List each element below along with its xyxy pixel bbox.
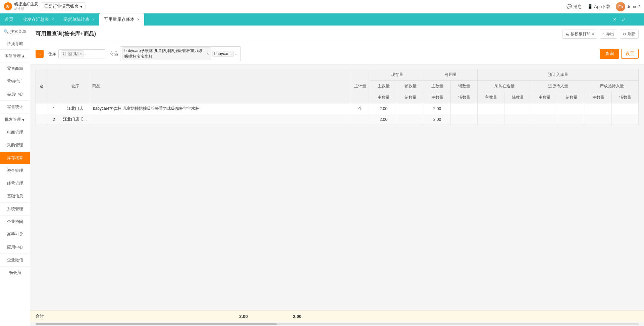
scroll-track[interactable]	[36, 323, 639, 325]
row1-stock-aux	[397, 103, 424, 114]
row1-production-aux	[612, 103, 639, 114]
product-ellipsis[interactable]: ...	[235, 51, 238, 56]
industry-select[interactable]: 母婴行业演示账套 ▾	[41, 2, 86, 10]
th-purchase-group: 采购在途量	[478, 81, 531, 92]
row2-stock-aux	[397, 114, 424, 125]
tab-income-summary[interactable]: 收发存汇总表 ×	[18, 13, 59, 26]
sidebar-item-basic-info[interactable]: 基础信息	[0, 190, 30, 203]
logo-text: 畅捷通好生意	[14, 2, 38, 6]
product-filter-input[interactable]: babycare学饮杯 儿童防摔防撞吸管杯重力球吸嘴杯宝宝水杯 × babyca…	[120, 46, 241, 61]
filter-expand-button[interactable]: »	[36, 50, 44, 58]
sidebar-item-ecommerce-label: 电商管理	[7, 130, 23, 135]
chevron-down-icon3: ▾	[592, 32, 594, 37]
th-incoming-main: 主数量	[531, 92, 558, 103]
scroll-thumb[interactable]	[36, 323, 277, 325]
tab-order-stats-close[interactable]: ×	[92, 17, 95, 22]
tab-close-all-btn[interactable]: ×	[611, 16, 618, 23]
th-no	[48, 69, 60, 103]
content-area: 可用量查询(按仓库+商品) 🖨 按模板打印 ▾ ↑ 导出 ↺ 刷新 »	[30, 26, 644, 326]
sidebar-item-member-center[interactable]: 会员中心	[0, 88, 30, 101]
tab-available-stock-close[interactable]: ×	[137, 17, 140, 22]
th-purchase-main: 主数量	[478, 92, 504, 103]
sidebar-item-marketing-label: 营销推广	[7, 79, 23, 84]
message-label: 消息	[573, 4, 582, 10]
sidebar-item-member-vip[interactable]: 畅会员	[0, 267, 30, 279]
sidebar-item-ops-mgmt[interactable]: 经营管理	[0, 177, 30, 190]
row2-purchase-aux	[504, 114, 531, 125]
row1-warehouse: 江北门店	[60, 103, 90, 114]
tab-home-label: 首页	[5, 16, 13, 22]
template-print-button[interactable]: 🖨 按模板打印 ▾	[562, 30, 597, 39]
sidebar-item-marketing[interactable]: 营销推广	[0, 75, 30, 88]
username-label: demo2	[627, 4, 640, 9]
sidebar-item-new-guide[interactable]: 新手引导	[0, 228, 30, 241]
product-tag-1-text: babycare学饮杯 儿童防摔防撞吸管杯重力球吸嘴杯宝宝水杯	[124, 48, 206, 59]
row2-no: 2	[48, 114, 60, 125]
sidebar-item-purchase-mgmt-label: 采购管理	[7, 143, 23, 147]
sidebar-item-finance-mgmt[interactable]: 资金管理	[0, 165, 30, 177]
tab-available-stock[interactable]: 可用量库存账本 ×	[99, 13, 144, 26]
chevron-down-icon2: ▼	[21, 118, 25, 122]
avatar: Ea	[616, 2, 625, 11]
row2-incoming-main	[531, 114, 558, 125]
table-row: 2 江北门店【... 2.00 2.00	[36, 114, 639, 125]
sidebar-quick-nav-label: 快捷导航	[7, 41, 23, 46]
row2-avail-aux	[451, 114, 478, 125]
th-stock-main2: 主数量	[370, 92, 397, 103]
app-download-item[interactable]: 📱 App下载	[587, 4, 610, 10]
warehouse-tag: 江北门店 ×	[61, 50, 84, 57]
th-unit: 主计量	[350, 69, 370, 103]
sidebar-quick-nav[interactable]: 快捷导航	[0, 38, 30, 50]
warehouse-filter-group: 仓库 江北门店 × ...	[48, 49, 105, 58]
row1-purchase-aux	[504, 103, 531, 114]
th-stock-main: 主数量	[370, 81, 397, 92]
template-print-label: 按模板打印	[571, 31, 591, 37]
export-button[interactable]: ↑ 导出	[600, 30, 617, 39]
th-available-group: 可用量	[424, 69, 478, 81]
th-planned-group: 预计入库量	[478, 69, 639, 81]
export-icon: ↑	[603, 32, 605, 37]
settings-button[interactable]: 设置	[621, 49, 639, 59]
sidebar-item-retail-mall[interactable]: 零售商城	[0, 62, 30, 75]
th-avail-aux2: 辅数量	[451, 92, 478, 103]
table-container: ⚙ 仓库 商品 主计量 现存量 可用量 预计入库量 主数量 辅数量 主数量	[30, 65, 644, 310]
sidebar-item-enterprise-collab[interactable]: 企业协同	[0, 216, 30, 228]
row1-incoming-main	[531, 103, 558, 114]
th-settings[interactable]: ⚙	[36, 69, 48, 103]
th-avail-main: 主数量	[424, 81, 451, 92]
warehouse-filter-input[interactable]: 江北门店 × ...	[58, 49, 105, 58]
sidebar-item-retail-mgmt[interactable]: 零售管理 ▲	[0, 50, 30, 62]
tab-home[interactable]: 首页	[0, 13, 18, 26]
row1-purchase-main	[478, 103, 504, 114]
row2-purchase-main	[478, 114, 504, 125]
sidebar-item-inventory-check[interactable]: 库存核算	[0, 152, 30, 165]
tab-order-stats[interactable]: 要货单统计表 ×	[59, 13, 99, 26]
logo-icon: 好	[4, 2, 12, 10]
message-item[interactable]: 💬 消息	[567, 4, 582, 10]
row2-warehouse: 江北门店【...	[60, 114, 90, 125]
row2-production-aux	[612, 114, 639, 125]
sidebar-item-retail-stats[interactable]: 零售统计	[0, 101, 30, 113]
sidebar-item-batch-mgmt[interactable]: 批发管理 ▼	[0, 113, 30, 126]
printer-icon: 🖨	[565, 32, 569, 37]
th-warehouse: 仓库	[60, 69, 90, 103]
sidebar-search[interactable]: 🔍 搜索菜单	[0, 26, 30, 38]
sidebar-item-app-center[interactable]: 应用中心	[0, 241, 30, 254]
warehouse-ellipsis[interactable]: ...	[85, 51, 89, 56]
top-bar-right: 💬 消息 📱 App下载 Ea demo2	[567, 2, 640, 11]
sidebar-item-sys-mgmt[interactable]: 系统管理	[0, 203, 30, 216]
tab-income-summary-close[interactable]: ×	[52, 17, 54, 22]
product-tag-1-close[interactable]: ×	[207, 52, 209, 56]
tab-expand-btn[interactable]: ⤢	[620, 16, 628, 24]
query-button[interactable]: 查询	[600, 49, 619, 59]
user-item[interactable]: Ea demo2	[616, 2, 640, 11]
page-header: 可用量查询(按仓库+商品) 🖨 按模板打印 ▾ ↑ 导出 ↺ 刷新	[30, 26, 644, 43]
sidebar-item-enterprise-wechat[interactable]: 企业微信	[0, 254, 30, 267]
sidebar-item-purchase-mgmt[interactable]: 采购管理	[0, 139, 30, 152]
refresh-button[interactable]: ↺ 刷新	[620, 30, 639, 39]
chevron-down-icon: ▾	[80, 4, 83, 9]
sidebar-item-ecommerce[interactable]: 电商管理	[0, 126, 30, 139]
sidebar-search-label: 搜索菜单	[10, 29, 26, 34]
sidebar-item-inventory-check-label: 库存核算	[7, 155, 23, 160]
warehouse-tag-close[interactable]: ×	[80, 52, 82, 56]
